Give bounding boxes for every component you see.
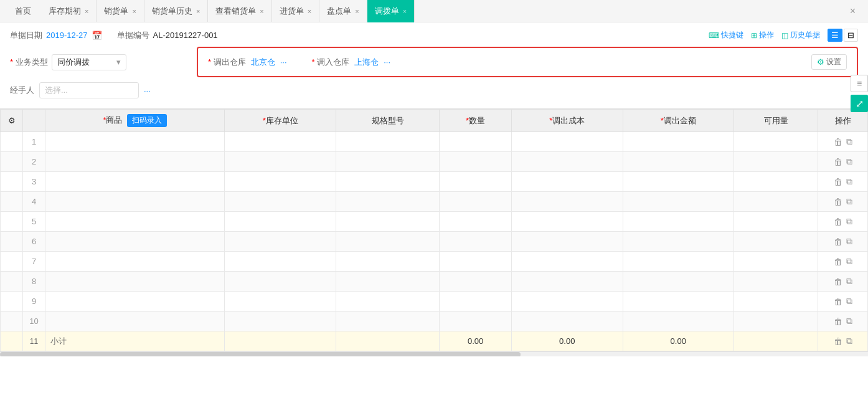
expand-float-button[interactable]: ⤢ [851,95,868,112]
amount-cell[interactable] [623,172,734,192]
calendar-icon[interactable]: 📅 [92,31,102,40]
tab-close-icon[interactable]: × [355,7,359,15]
transfer-out-more[interactable]: ··· [280,57,287,67]
delete-icon[interactable]: 🗑 [834,157,842,167]
product-cell[interactable] [45,152,225,172]
cost-cell[interactable] [512,252,623,272]
product-cell[interactable] [45,292,225,312]
handler-more[interactable]: ··· [144,86,151,95]
tab-purchase[interactable]: 进货单 × [272,0,319,22]
scrollbar-thumb[interactable] [0,352,521,356]
unit-cell[interactable] [225,252,336,272]
spec-cell[interactable] [336,292,439,312]
transfer-in-more[interactable]: ··· [384,57,390,67]
spec-cell[interactable] [336,312,439,331]
tab-inventory-init[interactable]: 库存期初 × [41,0,97,22]
delete-icon[interactable]: 🗑 [834,257,842,267]
tab-close-icon[interactable]: × [132,7,136,15]
scan-button[interactable]: 扫码录入 [127,114,167,127]
gear-col-header[interactable]: ⚙ [1,110,23,132]
amount-cell[interactable] [623,232,734,252]
product-cell[interactable] [45,232,225,252]
unit-cell[interactable] [225,232,336,252]
business-type-select[interactable]: 同价调拨 ▾ [52,54,126,70]
spec-cell[interactable] [336,232,439,252]
delete-icon[interactable]: 🗑 [834,137,842,147]
horizontal-scrollbar[interactable] [0,351,868,356]
delete-icon[interactable]: 🗑 [834,297,842,307]
product-cell[interactable] [45,252,225,272]
copy-icon[interactable]: ⧉ [846,256,852,267]
qty-cell[interactable] [440,192,512,212]
close-all-button[interactable]: × [842,6,863,17]
amount-cell[interactable] [623,192,734,212]
product-cell[interactable] [45,132,225,152]
cost-cell[interactable] [512,272,623,292]
copy-icon[interactable]: ⧉ [846,156,852,167]
unit-cell[interactable] [225,272,336,292]
amount-cell[interactable] [623,292,734,312]
copy-icon[interactable]: ⧉ [846,216,852,227]
spec-cell[interactable] [336,272,439,292]
cost-cell[interactable] [512,312,623,331]
list-view-button[interactable]: ☰ [828,29,842,42]
unit-cell[interactable] [225,292,336,312]
spec-cell[interactable] [336,192,439,212]
amount-cell[interactable] [623,152,734,172]
settings-button[interactable]: ⚙ 设置 [811,54,847,70]
delete-icon[interactable]: 🗑 [834,197,842,207]
unit-cell[interactable] [225,312,336,331]
delete-icon[interactable]: 🗑 [834,217,842,227]
copy-icon[interactable]: ⧉ [846,236,852,247]
spec-cell[interactable] [336,172,439,192]
tab-sales-history[interactable]: 销货单历史 × [144,0,208,22]
qty-cell[interactable] [440,312,512,331]
tab-inventory-check[interactable]: 盘点单 × [319,0,367,22]
tab-transfer[interactable]: 调拨单 × [367,0,415,22]
tab-close-icon[interactable]: × [308,7,311,15]
qty-cell[interactable] [440,272,512,292]
qty-cell[interactable] [440,252,512,272]
amount-cell[interactable] [623,312,734,331]
unit-cell[interactable] [225,212,336,232]
doc-date-value[interactable]: 2019-12-27 [46,31,88,40]
operations-button[interactable]: ⊞ 操作 [751,30,774,40]
copy-icon[interactable]: ⧉ [846,296,852,307]
tab-close-icon[interactable]: × [260,7,263,15]
cost-cell[interactable] [512,212,623,232]
copy-icon[interactable]: ⧉ [846,196,852,207]
tab-close-icon[interactable]: × [403,7,407,15]
copy-icon[interactable]: ⧉ [846,316,852,326]
unit-cell[interactable] [225,192,336,212]
delete-icon[interactable]: 🗑 [834,277,842,287]
delete-icon[interactable]: 🗑 [834,336,842,346]
amount-cell[interactable] [623,132,734,152]
unit-cell[interactable] [225,152,336,172]
transfer-in-value[interactable]: 上海仓 [354,57,379,68]
delete-icon[interactable]: 🗑 [834,237,842,247]
history-button[interactable]: ◫ 历史单据 [781,30,820,40]
grid-view-button[interactable]: ⊟ [844,29,858,42]
product-cell[interactable] [45,212,225,232]
tab-close-icon[interactable]: × [85,7,88,15]
product-cell[interactable] [45,192,225,212]
qty-cell[interactable] [440,172,512,192]
cost-cell[interactable] [512,132,623,152]
amount-cell[interactable] [623,212,734,232]
copy-icon[interactable]: ⧉ [846,276,852,287]
qty-cell[interactable] [440,132,512,152]
handler-select[interactable]: 选择... [39,82,139,98]
unit-cell[interactable] [225,132,336,152]
tab-close-icon[interactable]: × [196,7,200,15]
tab-view-sales[interactable]: 查看销货单 × [208,0,271,22]
amount-cell[interactable] [623,252,734,272]
cost-cell[interactable] [512,232,623,252]
cost-cell[interactable] [512,172,623,192]
qty-cell[interactable] [440,232,512,252]
amount-cell[interactable] [623,272,734,292]
spec-cell[interactable] [336,252,439,272]
product-cell[interactable] [45,272,225,292]
product-cell[interactable] [45,172,225,192]
cost-cell[interactable] [512,152,623,172]
transfer-out-value[interactable]: 北京仓 [251,57,275,68]
